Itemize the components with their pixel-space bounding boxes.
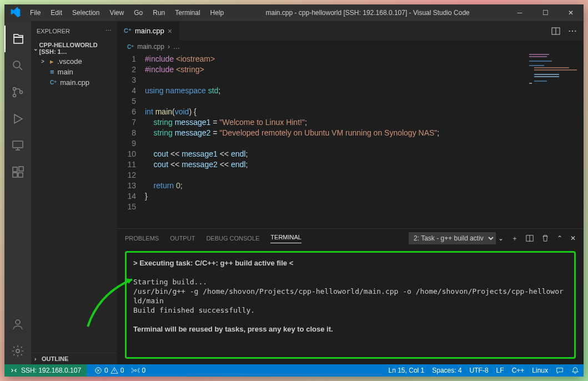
menu-go[interactable]: Go [129, 7, 147, 19]
indentation-status[interactable]: Spaces: 4 [432, 367, 461, 374]
panel-tab-debug-console[interactable]: DEBUG CONSOLE [206, 235, 259, 242]
maximize-panel-icon[interactable]: ⌃ [557, 234, 562, 242]
remote-status[interactable]: SSH: 192.168.0.107 [4, 364, 87, 377]
notifications-icon[interactable] [571, 367, 579, 374]
svg-point-2 [13, 94, 16, 97]
sidebar-more-icon[interactable]: ⋯ [105, 27, 112, 34]
chevron-down-icon: ⌄ [33, 46, 38, 52]
eol-status[interactable]: LF [496, 367, 504, 374]
file-tree-item[interactable]: ≡main [38, 67, 117, 77]
titlebar: FileEditSelectionViewGoRunTerminalHelp m… [4, 4, 584, 21]
cursor-position[interactable]: Ln 15, Col 1 [389, 367, 425, 374]
breadcrumb[interactable]: C⁺ main.cpp › … [117, 41, 584, 53]
tab-close-icon[interactable]: × [168, 27, 172, 36]
svg-point-9 [16, 320, 20, 324]
chevron-right-icon: › [34, 356, 40, 362]
close-button[interactable]: ✕ [558, 4, 584, 21]
settings-gear-icon[interactable] [4, 338, 31, 364]
svg-point-3 [20, 91, 23, 94]
panel-tabs: PROBLEMSOUTPUTDEBUG CONSOLETERMINAL2: Ta… [117, 229, 584, 248]
problems-status[interactable]: 0 0 [94, 367, 124, 374]
editor-area: C⁺ main.cpp × ⋯ C⁺ main.cpp › … 12345678… [117, 21, 584, 364]
terminal-select[interactable]: 2: Task - g++ build activ [409, 232, 496, 244]
file-tree: >▸.vscode≡mainC⁺main.cpp [31, 56, 117, 88]
explorer-activity-icon[interactable] [4, 26, 31, 52]
panel-tab-problems[interactable]: PROBLEMS [125, 235, 159, 242]
svg-point-0 [13, 61, 20, 68]
bottom-panel: PROBLEMSOUTPUTDEBUG CONSOLETERMINAL2: Ta… [117, 228, 584, 364]
svg-point-1 [13, 88, 16, 91]
project-section[interactable]: ⌄ CPP-HELLOWORLD [SSH: 1… [31, 41, 117, 56]
account-icon[interactable] [4, 311, 31, 338]
svg-rect-4 [13, 141, 23, 148]
outline-section[interactable]: › OUTLINE [31, 353, 117, 364]
menu-edit[interactable]: Edit [46, 7, 67, 19]
window-title: main.cpp - cpp-helloworld [SSH: 192.168.… [228, 9, 507, 17]
search-activity-icon[interactable] [4, 52, 31, 79]
editor-tabs: C⁺ main.cpp × ⋯ [117, 21, 584, 41]
sidebar-title: EXPLORER [37, 28, 70, 34]
cpp-file-icon: C⁺ [127, 44, 134, 50]
tab-main-cpp[interactable]: C⁺ main.cpp × [117, 21, 179, 41]
svg-rect-6 [13, 173, 17, 177]
line-gutter: 123456789101112131415 [117, 53, 145, 228]
vscode-window: FileEditSelectionViewGoRunTerminalHelp m… [4, 4, 584, 377]
extensions-activity-icon[interactable] [4, 159, 31, 186]
svg-rect-8 [19, 167, 23, 171]
file-tree-item[interactable]: C⁺main.cpp [38, 77, 117, 88]
menu-run[interactable]: Run [148, 7, 169, 19]
menu-terminal[interactable]: Terminal [170, 7, 204, 19]
chevron-down-icon[interactable]: ⌄ [498, 234, 504, 242]
close-panel-icon[interactable]: ✕ [570, 234, 576, 242]
status-bar: SSH: 192.168.0.107 0 0 0 Ln 15, Col 1 Sp… [4, 364, 584, 377]
panel-tab-output[interactable]: OUTPUT [170, 235, 195, 242]
split-editor-icon[interactable] [551, 27, 560, 36]
cpp-file-icon: C⁺ [124, 27, 132, 34]
svg-point-14 [135, 369, 137, 372]
editor-more-icon[interactable]: ⋯ [568, 26, 577, 36]
maximize-button[interactable]: ☐ [532, 4, 558, 21]
code-source[interactable]: #include <iostream>#include <string> usi… [145, 53, 584, 228]
split-terminal-icon[interactable] [526, 234, 534, 242]
menu-help[interactable]: Help [206, 7, 229, 19]
language-status[interactable]: C++ [512, 367, 525, 374]
terminal-output[interactable]: > Executing task: C/C++: g++ build activ… [125, 251, 576, 359]
vscode-logo-icon [10, 7, 21, 18]
svg-point-10 [16, 349, 19, 353]
encoding-status[interactable]: UTF-8 [470, 367, 489, 374]
project-name: CPP-HELLOWORLD [SSH: 1… [39, 42, 115, 55]
code-editor[interactable]: 123456789101112131415 #include <iostream… [117, 53, 584, 228]
run-debug-activity-icon[interactable] [4, 106, 31, 132]
new-terminal-icon[interactable]: ＋ [511, 234, 518, 243]
menu-file[interactable]: File [26, 7, 45, 19]
minimize-button[interactable]: ─ [507, 4, 532, 21]
source-control-activity-icon[interactable] [4, 79, 31, 106]
kill-terminal-icon[interactable] [541, 234, 549, 242]
svg-rect-5 [13, 167, 17, 172]
file-tree-item[interactable]: >▸.vscode [38, 56, 117, 67]
minimap[interactable] [529, 54, 579, 87]
activity-bar [4, 21, 31, 364]
tab-label: main.cpp [135, 27, 164, 35]
remote-explorer-activity-icon[interactable] [4, 132, 31, 159]
svg-rect-7 [18, 173, 23, 177]
ports-status[interactable]: 0 [132, 367, 145, 374]
feedback-icon[interactable] [556, 367, 564, 374]
menu-view[interactable]: View [105, 7, 128, 19]
panel-tab-terminal[interactable]: TERMINAL [270, 234, 301, 243]
os-status[interactable]: Linux [532, 367, 548, 374]
menu-bar: FileEditSelectionViewGoRunTerminalHelp [26, 7, 228, 19]
sidebar: EXPLORER ⋯ ⌄ CPP-HELLOWORLD [SSH: 1… >▸.… [31, 21, 117, 364]
menu-selection[interactable]: Selection [68, 7, 104, 19]
